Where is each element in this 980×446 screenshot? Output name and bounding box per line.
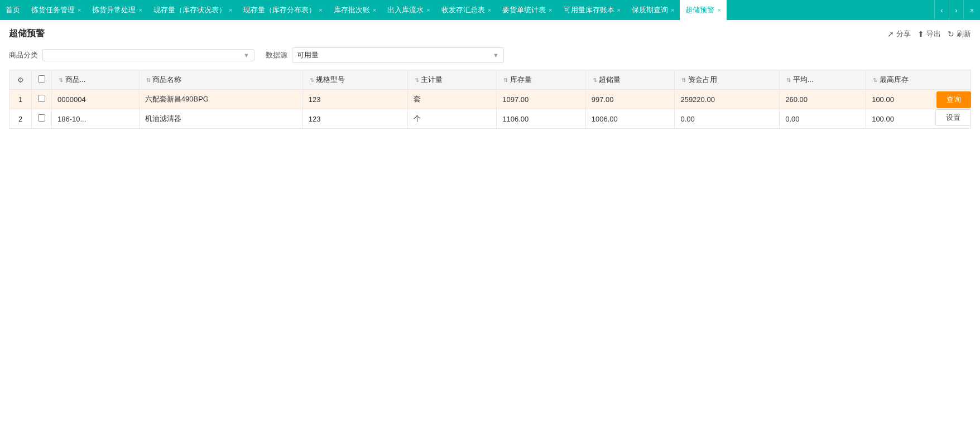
table-row: 1 0000004 六配套新昌490BPG 123 套 1097.00 997.…	[9, 90, 971, 109]
col-unit[interactable]: ⇅ 主计量	[407, 70, 497, 90]
refresh-button[interactable]: ↻ 刷新	[948, 29, 971, 39]
category-label: 商品分类	[9, 50, 38, 60]
close-icon[interactable]: ×	[717, 7, 720, 13]
table-row: 2 186-10... 机油滤清器 123 个 1106.00 1006.00 …	[9, 109, 971, 129]
sort-icon: ⇅	[310, 77, 314, 83]
close-icon[interactable]: ×	[319, 7, 322, 13]
datasource-filter: 数据源 可用量 ▼	[266, 47, 504, 63]
header-row: ⚙ ⇅ 商品... ⇅ 商品名称 ⇅ 规格型号 ⇅	[9, 70, 971, 90]
col-avg[interactable]: ⇅ 平均...	[780, 70, 866, 90]
close-icon[interactable]: ×	[488, 7, 491, 13]
top-nav: 首页 拣货任务管理 × 拣货异常处理 × 现存量（库存状况表） × 现存量（库存…	[0, 0, 980, 20]
page-title: 超储预警	[9, 28, 45, 40]
cell-product-code: 186-10...	[52, 109, 140, 129]
nav-tab-7[interactable]: 要货单统计表 ×	[497, 0, 558, 20]
chevron-down-icon: ▼	[243, 52, 249, 59]
cell-spec: 123	[302, 109, 407, 129]
row-checkbox-cell	[32, 109, 52, 129]
cell-unit: 套	[407, 90, 497, 109]
sort-icon: ⇅	[786, 77, 791, 83]
close-icon[interactable]: ×	[229, 7, 232, 13]
cell-capital: 259220.00	[675, 90, 780, 109]
close-icon[interactable]: ×	[549, 7, 552, 13]
datasource-select-value: 可用量	[297, 50, 319, 60]
col-capital[interactable]: ⇅ 资金占用	[675, 70, 780, 90]
cell-over-stock: 997.00	[585, 90, 675, 109]
nav-next-button[interactable]: ›	[949, 0, 963, 20]
cell-product-code: 0000004	[52, 90, 140, 109]
header-actions: ➚ 分享 ⬆ 导出 ↻ 刷新	[887, 29, 971, 39]
data-table: ⚙ ⇅ 商品... ⇅ 商品名称 ⇅ 规格型号 ⇅	[9, 70, 971, 129]
cell-avg: 260.00	[780, 90, 866, 109]
cell-unit: 个	[407, 109, 497, 129]
table-header: ⚙ ⇅ 商品... ⇅ 商品名称 ⇅ 规格型号 ⇅	[9, 70, 971, 90]
col-product-code[interactable]: ⇅ 商品...	[52, 70, 140, 90]
cell-capital: 0.00	[675, 109, 780, 129]
category-select[interactable]: ▼	[42, 49, 254, 61]
nav-tab-5[interactable]: 出入库流水 ×	[382, 0, 435, 20]
close-icon[interactable]: ×	[138, 7, 142, 13]
col-spec[interactable]: ⇅ 规格型号	[302, 70, 407, 90]
select-all-checkbox[interactable]	[38, 75, 45, 83]
nav-tab-4[interactable]: 库存批次账 ×	[328, 0, 382, 20]
nav-tab-0[interactable]: 拣货任务管理 ×	[26, 0, 87, 20]
nav-home[interactable]: 首页	[0, 0, 26, 20]
nav-tab-2[interactable]: 现存量（库存状况表） ×	[148, 0, 238, 20]
nav-tab-3[interactable]: 现存量（库存分布表） ×	[238, 0, 328, 20]
col-stock[interactable]: ⇅ 库存量	[497, 70, 586, 90]
table-body: 1 0000004 六配套新昌490BPG 123 套 1097.00 997.…	[9, 90, 971, 129]
filter-row: 商品分类 ▼ 数据源 可用量 ▼	[9, 47, 971, 63]
checkbox-col-header[interactable]	[32, 70, 52, 90]
category-filter: 商品分类 ▼	[9, 49, 254, 61]
row-checkbox[interactable]	[38, 114, 45, 122]
chevron-down-icon: ▼	[493, 52, 499, 59]
share-button[interactable]: ➚ 分享	[887, 29, 911, 39]
cell-product-name: 六配套新昌490BPG	[139, 90, 302, 109]
settings-button[interactable]: 设置	[935, 109, 971, 126]
nav-prev-button[interactable]: ‹	[934, 0, 949, 20]
datasource-label: 数据源	[266, 50, 287, 60]
sort-icon: ⇅	[593, 77, 597, 83]
nav-tab-10[interactable]: 超储预警 ×	[680, 0, 726, 20]
close-icon[interactable]: ×	[78, 7, 81, 13]
close-icon[interactable]: ×	[426, 7, 430, 13]
close-icon[interactable]: ×	[373, 7, 376, 13]
row-checkbox-cell	[32, 90, 52, 109]
col-max-stock[interactable]: ⇅ 最高库存	[866, 70, 971, 90]
export-button[interactable]: ⬆ 导出	[917, 29, 941, 39]
col-product-name[interactable]: ⇅ 商品名称	[139, 70, 302, 90]
nav-close-button[interactable]: ×	[963, 0, 980, 20]
sort-icon: ⇅	[59, 77, 63, 83]
query-button[interactable]: 查询	[936, 91, 971, 108]
share-icon: ➚	[887, 30, 894, 38]
sort-icon: ⇅	[681, 77, 686, 83]
cell-avg: 0.00	[780, 109, 866, 129]
export-icon: ⬆	[917, 30, 924, 38]
nav-tab-9[interactable]: 保质期查询 ×	[626, 0, 680, 20]
settings-col-header[interactable]: ⚙	[9, 70, 32, 90]
sort-icon: ⇅	[503, 77, 508, 83]
close-icon[interactable]: ×	[617, 7, 621, 13]
sort-icon: ⇅	[873, 77, 877, 83]
sort-icon: ⇅	[415, 77, 419, 83]
settings-icon[interactable]: ⚙	[17, 76, 24, 84]
cell-spec: 123	[302, 90, 407, 109]
cell-product-name: 机油滤清器	[139, 109, 302, 129]
cell-stock: 1097.00	[497, 90, 586, 109]
row-num: 1	[9, 90, 32, 109]
nav-arrows: ‹ › ×	[934, 0, 980, 20]
refresh-icon: ↻	[948, 30, 954, 38]
datasource-select[interactable]: 可用量 ▼	[292, 47, 504, 63]
nav-tab-8[interactable]: 可用量库存账本 ×	[558, 0, 626, 20]
cell-stock: 1106.00	[497, 109, 586, 129]
close-icon[interactable]: ×	[671, 7, 674, 13]
row-checkbox[interactable]	[38, 95, 45, 102]
cell-over-stock: 1006.00	[585, 109, 675, 129]
page-content: 超储预警 ➚ 分享 ⬆ 导出 ↻ 刷新 商品分类 ▼ 数据源	[0, 20, 980, 137]
page-header: 超储预警 ➚ 分享 ⬆ 导出 ↻ 刷新	[9, 28, 971, 40]
sort-icon: ⇅	[146, 77, 151, 83]
row-num: 2	[9, 109, 32, 129]
col-over-stock[interactable]: ⇅ 超储量	[585, 70, 675, 90]
nav-tab-1[interactable]: 拣货异常处理 ×	[87, 0, 147, 20]
nav-tab-6[interactable]: 收发存汇总表 ×	[436, 0, 497, 20]
